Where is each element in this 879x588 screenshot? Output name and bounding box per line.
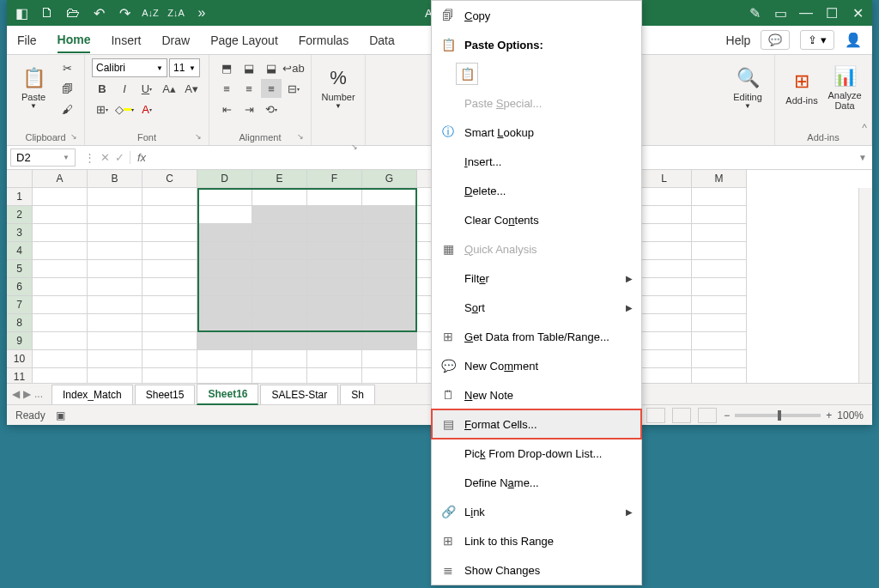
cancel-icon[interactable]: ✕ [100, 151, 110, 164]
tab-home[interactable]: Home [58, 27, 91, 53]
font-name-select[interactable]: Calibri▼ [92, 58, 167, 77]
cell[interactable] [33, 314, 88, 332]
ctx-link-range[interactable]: ⊞Link to this Range [432, 526, 641, 555]
italic-button[interactable]: I [114, 79, 135, 98]
cell[interactable] [252, 368, 307, 383]
cell[interactable] [142, 188, 197, 206]
indent-dec-button[interactable]: ⇤ [216, 100, 237, 118]
tab-formulas[interactable]: Formulas [299, 28, 349, 52]
ctx-link[interactable]: 🔗Link▶ [432, 497, 641, 526]
cell[interactable] [88, 350, 142, 368]
cell[interactable] [197, 296, 252, 314]
cell[interactable] [362, 332, 417, 350]
minimize-icon[interactable]: — [797, 3, 815, 22]
spotlight-icon[interactable]: ✎ [745, 3, 764, 22]
editing-button[interactable]: 🔍 Editing ▼ [728, 58, 767, 115]
cell[interactable] [692, 206, 747, 224]
ctx-smart-lookup[interactable]: ⓘSmart Lookup [432, 118, 641, 147]
copy-button[interactable]: 🗐 [57, 79, 77, 98]
tab-insert[interactable]: Insert [111, 28, 141, 52]
ctx-sort[interactable]: Sort▶ [432, 293, 641, 322]
cell[interactable] [142, 206, 197, 224]
page-break-view-button[interactable] [698, 408, 717, 423]
ctx-insert[interactable]: Insert... [432, 147, 641, 176]
row-header-7[interactable]: 7 [7, 296, 33, 314]
col-header-C[interactable]: C [142, 170, 197, 188]
col-header-F[interactable]: F [307, 170, 362, 188]
cell[interactable] [252, 188, 307, 206]
cell[interactable] [637, 332, 692, 350]
cell[interactable] [197, 368, 252, 383]
cell[interactable] [252, 206, 307, 224]
cell[interactable] [142, 332, 197, 350]
cell[interactable] [307, 188, 362, 206]
cell[interactable] [692, 260, 747, 278]
sheet-next-icon[interactable]: ▶ [23, 388, 31, 400]
tab-draw[interactable]: Draw [161, 28, 190, 52]
ctx-new-note[interactable]: 🗒New Note [432, 380, 641, 409]
normal-view-button[interactable] [646, 408, 665, 423]
cell[interactable] [362, 260, 417, 278]
row-header-3[interactable]: 3 [7, 224, 33, 242]
cell[interactable] [362, 314, 417, 332]
cell[interactable] [307, 206, 362, 224]
fx-icon[interactable]: fx [130, 151, 153, 164]
cell[interactable] [33, 224, 88, 242]
cut-button[interactable]: ✂ [57, 58, 77, 77]
cell[interactable] [637, 314, 692, 332]
sheet-tab-sh[interactable]: Sh [340, 385, 375, 404]
open-icon[interactable]: 🗁 [64, 3, 82, 22]
cell[interactable] [88, 368, 142, 383]
cell[interactable] [88, 188, 142, 206]
row-header-8[interactable]: 8 [7, 314, 33, 332]
wrap-text-button[interactable]: ↩ab [283, 58, 304, 77]
enter-icon[interactable]: ✓ [115, 151, 124, 164]
zoom-level[interactable]: 100% [837, 409, 864, 421]
cell[interactable] [88, 260, 142, 278]
qat-overflow-icon[interactable]: » [192, 3, 211, 22]
cell[interactable] [88, 206, 142, 224]
align-center-button[interactable]: ≡ [239, 79, 259, 98]
cell[interactable] [692, 368, 747, 383]
col-header-D[interactable]: D [197, 170, 252, 188]
cell[interactable] [252, 278, 307, 296]
row-header-10[interactable]: 10 [7, 350, 33, 368]
cell[interactable] [33, 188, 88, 206]
undo-icon[interactable]: ↶ [89, 3, 108, 22]
cell[interactable] [252, 224, 307, 242]
fill-color-button[interactable]: ◇▾ [114, 100, 135, 118]
shrink-font-button[interactable]: A▾ [181, 79, 202, 98]
ctx-define-name[interactable]: Define Name... [432, 468, 641, 497]
cell[interactable] [142, 224, 197, 242]
grow-font-button[interactable]: A▴ [159, 79, 179, 98]
row-header-11[interactable]: 11 [7, 368, 33, 383]
cell[interactable] [88, 332, 142, 350]
cell[interactable] [307, 350, 362, 368]
cell[interactable] [692, 332, 747, 350]
font-size-select[interactable]: 11▼ [169, 58, 200, 77]
tab-help[interactable]: Help [726, 28, 751, 52]
cell[interactable] [692, 278, 747, 296]
save-icon[interactable]: 🗋 [38, 3, 57, 22]
cell[interactable] [637, 350, 692, 368]
cell[interactable] [197, 188, 252, 206]
col-header-E[interactable]: E [252, 170, 307, 188]
maximize-icon[interactable]: ☐ [822, 3, 841, 22]
sheet-more-icon[interactable]: ... [34, 388, 43, 400]
ctx-format-cells[interactable]: ▤Format Cells... [432, 409, 641, 439]
cell[interactable] [33, 332, 88, 350]
cell[interactable] [307, 224, 362, 242]
cell[interactable] [88, 296, 142, 314]
cell[interactable] [142, 260, 197, 278]
addins-button[interactable]: ⊞ Add-ins [782, 58, 821, 115]
cell[interactable] [307, 296, 362, 314]
cell[interactable] [197, 314, 252, 332]
cell[interactable] [252, 332, 307, 350]
format-painter-button[interactable]: 🖌 [57, 100, 77, 118]
close-icon[interactable]: ✕ [848, 3, 867, 22]
cell[interactable] [33, 206, 88, 224]
cell[interactable] [692, 350, 747, 368]
number-format-button[interactable]: % Number ▼ [318, 58, 358, 115]
cell[interactable] [197, 242, 252, 260]
row-header-5[interactable]: 5 [7, 260, 33, 278]
